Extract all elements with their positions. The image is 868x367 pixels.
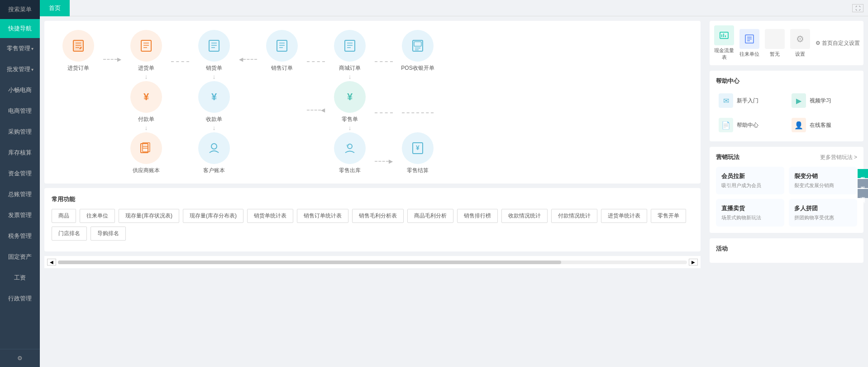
payment-icon: ¥ [130,81,162,113]
flow-card: 进货订单 ▶ 进货单 [44,21,701,184]
sidebar-item-tax[interactable]: 税务管理 [0,226,40,246]
quick-cashflow[interactable]: 现金流量表 [714,25,734,61]
flow-node-payment[interactable]: ¥ 付款单 [121,81,171,123]
flow-node-supplier-book[interactable]: 供应商账本 [121,132,171,174]
flow-node-sales[interactable]: 销货单 [189,30,239,72]
flow-node-retail-outbound[interactable]: 零售出库 [325,132,375,174]
arrowhead-icon: ▶ [117,57,121,62]
flow-node-pos[interactable]: POS收银开单 [393,30,443,72]
video-icon: ▶ [792,93,806,108]
tab-home[interactable]: 首页 [40,0,70,16]
flow-node-retail[interactable]: ¥ 零售单 [325,81,375,123]
scroll-right-btn[interactable]: ▶ [689,259,698,266]
fullscreen-button[interactable]: ⛶ [852,4,863,12]
scroll-thumb[interactable] [58,261,561,264]
flow-node-receipt[interactable]: ¥ 收款单 [189,81,239,123]
help-item-video[interactable]: ▶ 视频学习 [789,91,857,111]
sidebar-item-ecommerce-mgmt[interactable]: 电商管理 [0,101,40,121]
help-item-label: 新手入门 [737,97,758,105]
arrow-left-1: ◀ [239,57,257,72]
sidebar-item-wholesale[interactable]: 批发管理 ▾ [0,59,40,80]
flow-node-sales-order[interactable]: 销售订单 [257,30,307,72]
marketing-member[interactable]: 会员拉新 吸引用户成为会员 [716,167,784,194]
help-icon: 📄 [719,118,733,132]
help-item-beginner[interactable]: ✉ 新手入门 [716,91,784,111]
sales-icon [198,30,230,62]
pos-icon [402,30,434,62]
marketing-header: 营销玩法 更多营销玩法 > [716,153,857,161]
contacts-icon [739,29,759,49]
func-btn-goods-profit[interactable]: 商品毛利分析 [407,209,453,223]
scroll-track[interactable] [58,261,687,264]
marketing-live[interactable]: 直播卖货 场景式购物新玩法 [716,199,784,227]
marketing-more-link[interactable]: 更多营销玩法 > [820,154,857,161]
homepage-settings-link[interactable]: ⚙ 首页自定义设置 [816,39,860,47]
sidebar-settings[interactable]: ⚙ [0,349,40,367]
flow-node-customer-book[interactable]: 客户账本 [189,132,239,174]
func-btn-stock-dist[interactable]: 现存量(库存分布表) [183,209,243,223]
func-btn-purchase-stat[interactable]: 进货单统计表 [601,209,647,223]
floating-customer-service[interactable]: 客服热线 [858,169,868,178]
scroll-area: ◀ ▶ [44,256,701,268]
func-btn-goods[interactable]: 商品 [52,209,76,223]
func-btn-sales-stat[interactable]: 销货单统计表 [247,209,293,223]
func-btn-receipt-stat[interactable]: 收款情况统计 [501,209,548,223]
sales-order-icon [266,30,298,62]
arrowhead-icon: ◀ [239,57,243,62]
quick-label: 暂无 [770,51,780,58]
floating-community[interactable]: 服务社区 [858,179,868,188]
func-btn-sales-profit[interactable]: 销售毛利分析表 [352,209,404,223]
sidebar-nav[interactable]: 快捷导航 [0,19,40,38]
quick-none[interactable]: 暂无 [765,29,785,58]
marketing-item-title: 会员拉新 [721,172,779,180]
scroll-left-btn[interactable]: ◀ [47,259,56,266]
function-grid: 商品 往来单位 现存量(库存状况表) 现存量(库存分布表) 销货单统计表 销售订… [52,209,693,241]
quick-access-bar: 现金流量表 往来单位 暂无 ⚙ 设置 ⚙ 首页自定义设置 [710,21,863,65]
sidebar-search[interactable]: 搜索菜单 [0,0,40,19]
right-panel: 现金流量表 往来单位 暂无 ⚙ 设置 ⚙ 首页自定义设置 [705,16,868,367]
sidebar-item-inventory[interactable]: 库存核算 [0,142,40,163]
sidebar-item-ecommerce[interactable]: 小畅电商 [0,80,40,101]
marketing-item-desc: 裂变式发展分销商 [794,182,852,189]
func-btn-guide-rank[interactable]: 导购排名 [91,227,126,241]
arrow-right-1: ▶ [103,57,121,72]
sidebar-item-admin[interactable]: 行政管理 [0,288,40,309]
sidebar-item-purchase[interactable]: 采购管理 [0,121,40,142]
help-item-service[interactable]: 👤 在线客服 [789,115,857,135]
func-btn-sales-rank[interactable]: 销售排行榜 [457,209,498,223]
sidebar-item-invoice[interactable]: 发票管理 [0,205,40,226]
func-btn-sales-order-stat[interactable]: 销售订单统计表 [297,209,348,223]
activity-card: 活动 [710,238,863,263]
sidebar-item-ledger[interactable]: 总账管理 [0,184,40,205]
sidebar-item-salary[interactable]: 工资 [0,267,40,288]
help-item-help[interactable]: 📄 帮助中心 [716,115,784,135]
help-grid: ✉ 新手入门 ▶ 视频学习 📄 帮助中心 👤 在线客服 [716,91,857,135]
func-btn-contacts[interactable]: 往来单位 [80,209,115,223]
marketing-item-title: 直播卖货 [721,204,779,212]
quick-contacts[interactable]: 往来单位 [739,29,759,58]
flow-node-purchase-order[interactable]: 进货订单 [53,30,103,72]
func-btn-retail-order[interactable]: 零售开单 [651,209,686,223]
quick-settings[interactable]: ⚙ 设置 [790,29,810,58]
marketing-grid: 会员拉新 吸引用户成为会员 裂变分销 裂变式发展分销商 直播卖货 场景式购物新玩… [716,167,857,227]
flow-node-retail-settle[interactable]: ¥ 零售结算 [393,132,443,174]
marketing-fission[interactable]: 裂变分销 裂变式发展分销商 [789,167,857,194]
func-btn-payment-stat[interactable]: 付款情况统计 [551,209,597,223]
sidebar-item-finance[interactable]: 资金管理 [0,163,40,184]
marketing-group[interactable]: 多人拼团 拼团购物享受优惠 [789,199,857,227]
floating-desktop[interactable]: 桌面快捷 [858,189,868,198]
purchase-icon [130,30,162,62]
sidebar-item-retail[interactable]: 零售管理 ▾ [0,38,40,59]
flow-node-purchase[interactable]: 进货单 [121,30,171,72]
marketing-card: 营销玩法 更多营销玩法 > 会员拉新 吸引用户成为会员 裂变分销 裂变式发展分销… [710,147,863,233]
down-arrow-sales: ↓ [213,72,216,81]
sidebar-item-assets[interactable]: 固定资产 [0,246,40,267]
flow-node-mall-order[interactable]: 商城订单 [325,30,375,72]
receipt-icon: ¥ [198,81,230,113]
node-label: POS收银开单 [401,64,434,72]
func-btn-store-rank[interactable]: 门店排名 [52,227,87,241]
node-label: 付款单 [138,116,154,123]
func-btn-stock-status[interactable]: 现存量(库存状况表) [119,209,179,223]
down-arrow-purchase: ↓ [145,72,148,81]
service-icon: 👤 [792,118,806,132]
